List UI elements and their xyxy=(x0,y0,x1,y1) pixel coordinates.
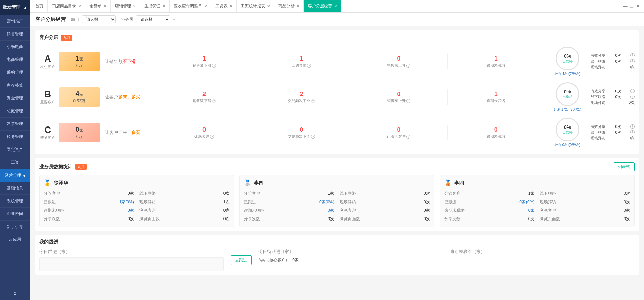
tier-a-stat-1[interactable]: 1 回购异常 ? xyxy=(253,54,350,69)
info-icon-cr1[interactable]: ? xyxy=(630,130,635,134)
sidebar-item-finance[interactable]: 资金管理 xyxy=(0,92,30,105)
sidebar-item-tax[interactable]: 税务管理 xyxy=(0,131,30,143)
close-icon[interactable]: ✕ xyxy=(636,3,640,9)
staff-row-2-7: 浏览页面数 0次 xyxy=(540,215,630,223)
list-view-button[interactable]: 列表式 xyxy=(614,162,635,171)
tab-customer-tier[interactable]: 客户分层经营 ✕ xyxy=(304,0,341,12)
staff-medal-0: 🥇 xyxy=(44,179,51,187)
tier-a-stat-2[interactable]: 0 销售额上升 ? xyxy=(350,54,448,69)
tab-store-products[interactable]: 门店商品目录 ✕ xyxy=(48,0,85,12)
sidebar-item-ledger[interactable]: 总账管理 xyxy=(0,105,30,118)
tier-c-letter: C xyxy=(39,125,56,135)
sidebar-item-sales[interactable]: 销售管理 xyxy=(0,28,30,41)
tier-c-action: 让客户回来、多买 xyxy=(102,130,153,136)
dept-select[interactable]: 请选择 xyxy=(82,15,116,23)
sidebar-item-base[interactable]: 基础信息 xyxy=(0,182,30,195)
tier-c-stat-0[interactable]: 0 休眠客户 ? xyxy=(156,125,253,140)
go-followup-button[interactable]: 去跟进 xyxy=(231,255,252,265)
staff-medal-1: 🥈 xyxy=(244,179,251,187)
tier-a-stat-3-label: 逾期未联络 xyxy=(450,63,542,68)
tier-b-count-amount: 0.53万 xyxy=(63,98,95,104)
info-icon-c0[interactable]: ? xyxy=(210,135,214,139)
restore-icon[interactable]: □ xyxy=(630,3,633,9)
sidebar-item-assets[interactable]: 固定资产 xyxy=(0,143,30,156)
sidebar-item-system[interactable]: 系统管理 xyxy=(0,195,30,208)
tier-b-right-0: 有效分享 0次 ? xyxy=(591,89,635,94)
info-icon-br1[interactable]: ? xyxy=(630,95,635,99)
minimize-icon[interactable]: — xyxy=(623,3,628,9)
tier-b-count-unit: 家 xyxy=(79,92,83,97)
staff-row-0-1: 线下联络 0次 xyxy=(139,190,230,197)
staff-row-2-3: 现场拜访 0次 xyxy=(540,199,630,206)
sidebar-item-inventory[interactable]: 库存核算 xyxy=(0,79,30,92)
tier-b-stat-1[interactable]: 2 交易频次下滑 ? xyxy=(253,89,350,105)
info-icon-b1[interactable]: ? xyxy=(311,99,315,103)
more-options-icon[interactable]: ··· xyxy=(173,17,177,22)
sidebar-item-salary[interactable]: 工资 xyxy=(0,156,30,169)
tier-a-stats: 1 销售额下滑 ? 1 回购异常 ? 0 xyxy=(156,54,544,69)
tab-close-ap-ar[interactable]: ✕ xyxy=(204,4,207,8)
sidebar-item-operations[interactable]: 经营管理 ◀ xyxy=(0,169,30,182)
info-icon-a1[interactable]: ? xyxy=(307,64,311,68)
info-icon-a0[interactable]: ? xyxy=(212,64,216,68)
info-icon-c1[interactable]: ? xyxy=(311,135,315,139)
tier-a-stat-0-label: 销售额下滑 ? xyxy=(158,63,250,68)
tier-a-stat-1-label: 回购异常 ? xyxy=(256,63,347,68)
sidebar-item-purchase[interactable]: 采购管理 xyxy=(0,66,30,79)
tab-close-store-mgmt[interactable]: ✕ xyxy=(133,4,136,8)
sidebar-header: 批发管理 ▲ xyxy=(0,0,30,15)
staff-name-0: 徐泽华 xyxy=(54,180,68,186)
sales-select[interactable]: 请选择 xyxy=(136,15,170,23)
tier-a-right-1: 线下联络 0次 ? xyxy=(591,59,635,64)
tier-b-contact-plan: 计划 17次 (7天/次) xyxy=(547,107,588,112)
sidebar-item-ecom-small[interactable]: 小畅电商 xyxy=(0,41,30,53)
sidebar-item-cloud[interactable]: 云应用 xyxy=(0,233,30,246)
tier-b-stat-0[interactable]: 2 销售额下滑 ? xyxy=(156,89,253,105)
tab-close-store-products[interactable]: ✕ xyxy=(78,4,81,8)
tier-b-stat-2[interactable]: 0 销售额上升 ? xyxy=(350,89,448,105)
staff-row-1-3: 现场拜访 0次 xyxy=(340,199,430,206)
tier-c-count-box: 0家 0万 xyxy=(59,123,100,142)
tier-b-stat-3[interactable]: 1 逾期未联络 xyxy=(448,89,544,105)
tab-close-payroll[interactable]: ✕ xyxy=(230,4,232,8)
tab-sales-order[interactable]: 销货单 ✕ xyxy=(85,0,111,12)
tab-close-product-analysis[interactable]: ✕ xyxy=(297,4,299,8)
tab-payroll[interactable]: 工资表 ✕ xyxy=(211,0,237,12)
sidebar-item-ecom[interactable]: 电商管理 xyxy=(0,53,30,66)
tier-c-stat-1[interactable]: 0 交易频次下滑 ? xyxy=(253,125,350,140)
tab-close-voucher[interactable]: ✕ xyxy=(163,4,165,8)
sidebar-item-marketing[interactable]: 营销推广 xyxy=(0,15,30,28)
tab-home[interactable]: 首页 xyxy=(31,0,48,12)
sidebar-item-collab[interactable]: 企业协同 xyxy=(0,208,30,221)
tier-a-stat-0[interactable]: 1 销售额下滑 ? xyxy=(156,54,253,69)
tab-product-analysis[interactable]: 商品分析 ✕ xyxy=(274,0,304,12)
tab-payroll-report[interactable]: 工资统计报表 ✕ xyxy=(237,0,274,12)
tab-close-payroll-report[interactable]: ✕ xyxy=(267,4,270,8)
tier-row-a: A 核心客户 1家 0万 让销售额不下滑 1 销售额下滑 xyxy=(39,44,635,79)
info-icon-c2[interactable]: ? xyxy=(406,135,410,139)
info-icon-ar1[interactable]: ? xyxy=(630,59,635,63)
staff-card-2: 🥉 李四 分管客户 1家 线下联络 0次 已跟进 xyxy=(440,175,635,227)
tab-ap-ar[interactable]: 应收应付调整单 ✕ xyxy=(170,0,211,12)
sidebar-collapse-icon[interactable]: ▲ xyxy=(24,6,27,9)
tier-a-stat-3[interactable]: 1 逾期未联络 xyxy=(448,54,544,69)
tier-c-stat-3[interactable]: 0 逾期未联络 xyxy=(448,125,544,140)
tab-close-sales-order[interactable]: ✕ xyxy=(104,4,106,8)
sidebar-item-invoice[interactable]: 发票管理 xyxy=(0,118,30,131)
staff-row-0-6: 分享次数 0次 xyxy=(44,215,134,223)
info-icon-br0[interactable]: ? xyxy=(630,89,635,93)
info-icon-b0[interactable]: ? xyxy=(212,99,216,103)
tab-voucher[interactable]: 生成凭证 ✕ xyxy=(140,0,170,12)
info-icon-cr0[interactable]: ? xyxy=(630,124,635,129)
info-icon-b2[interactable]: ? xyxy=(406,99,410,103)
info-icon-a2[interactable]: ? xyxy=(406,64,410,68)
tab-close-customer-tier[interactable]: ✕ xyxy=(334,4,337,8)
sidebar-gear-item[interactable]: ⚙ xyxy=(0,287,30,300)
tier-c-stat-2[interactable]: 0 已激活客户 ? xyxy=(350,125,448,140)
info-icon-ar0[interactable]: ? xyxy=(630,53,635,57)
tab-store-mgmt[interactable]: 店铺管理 ✕ xyxy=(111,0,140,12)
tier-b-stat-1-num: 2 xyxy=(256,91,347,98)
sidebar-item-guide[interactable]: 新手引导 xyxy=(0,221,30,233)
today-followup-label: 今日跟进（家） xyxy=(39,249,224,255)
tier-b-count-box: 4家 0.53万 xyxy=(59,87,100,107)
